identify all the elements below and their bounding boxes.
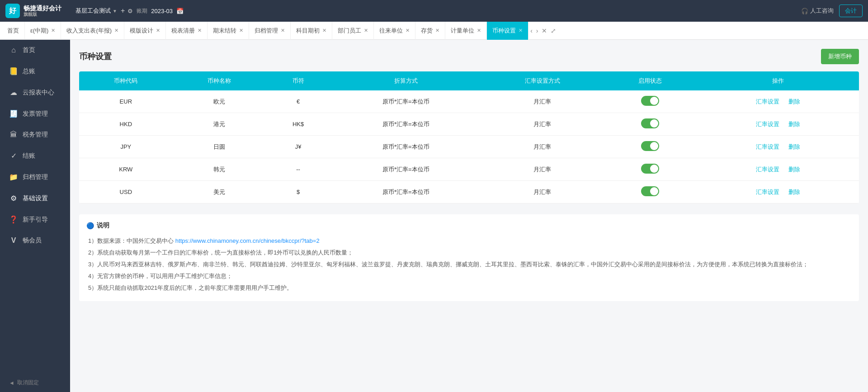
- cell-symbol: --: [266, 158, 330, 181]
- cell-status: [604, 181, 697, 203]
- new-currency-button[interactable]: 新增币种: [821, 49, 859, 64]
- cell-code: JPY: [79, 136, 173, 158]
- sidebar-item-invoice[interactable]: 🧾 发票管理: [0, 103, 70, 124]
- guide-icon: ❓: [9, 215, 18, 224]
- customer-service-button[interactable]: 🎧 人工咨询: [801, 7, 834, 15]
- tab-next-button[interactable]: ›: [534, 27, 540, 34]
- settings-icon[interactable]: ⚙: [127, 8, 133, 14]
- tab-currency[interactable]: 币种设置 ✕: [487, 22, 528, 40]
- close-icon[interactable]: ✕: [281, 28, 285, 33]
- close-icon[interactable]: ✕: [435, 28, 439, 33]
- tab-inventory[interactable]: 存货 ✕: [415, 22, 445, 40]
- close-icon[interactable]: ✕: [322, 28, 326, 33]
- tab-dept-staff[interactable]: 部门员工 ✕: [332, 22, 374, 40]
- close-icon[interactable]: ✕: [114, 28, 118, 33]
- table-row: JPY 日圆 J¥ 原币*汇率=本位币 月汇率 汇率设置 删除: [79, 136, 859, 158]
- tab-unit[interactable]: 计量单位 ✕: [445, 22, 487, 40]
- delete-link[interactable]: 删除: [788, 143, 800, 150]
- cell-name: 日圆: [173, 136, 266, 158]
- cell-rate-type: 月汇率: [481, 136, 604, 158]
- enable-toggle[interactable]: [641, 186, 659, 196]
- close-icon[interactable]: ✕: [51, 28, 55, 33]
- tab-midterm[interactable]: ε(中期) ✕: [25, 22, 61, 40]
- cell-calc: 原币*汇率=本位币: [330, 90, 481, 113]
- china-money-link[interactable]: https://www.chinamoney.com.cn/chinese/bk…: [175, 237, 320, 244]
- close-icon[interactable]: ✕: [156, 28, 160, 33]
- delete-link[interactable]: 删除: [788, 189, 800, 195]
- tab-bar: 首页 ε(中期) ✕ 收入支出表(年报) ✕ 模版设计 ✕ 税表清册 ✕ 期末结…: [0, 22, 868, 40]
- rate-setting-link[interactable]: 汇率设置: [756, 143, 779, 150]
- account-button[interactable]: 会计: [839, 5, 863, 17]
- home-icon: ⌂: [9, 46, 18, 54]
- tab-home[interactable]: 首页: [2, 22, 25, 40]
- delete-link[interactable]: 删除: [788, 166, 800, 173]
- header-actions: + ⚙: [121, 7, 133, 15]
- enable-toggle[interactable]: [641, 96, 659, 106]
- headset-icon: 🎧: [801, 8, 808, 14]
- rate-setting-link[interactable]: 汇率设置: [756, 98, 779, 105]
- tab-counterpart[interactable]: 往来单位 ✕: [374, 22, 415, 40]
- cell-code: USD: [79, 181, 173, 203]
- tab-income-report[interactable]: 收入支出表(年报) ✕: [61, 22, 124, 40]
- note-item-3: 3）人民币对马来西亚林吉特、俄罗斯卢布、南非兰特、韩元、阿联酋迪拉姆、沙特里亚尔…: [86, 259, 852, 270]
- tab-tax-list[interactable]: 税表清册 ✕: [166, 22, 208, 40]
- col-header-actions: 操作: [697, 71, 859, 90]
- page-title: 币种设置: [79, 51, 112, 62]
- content-area: 币种设置 新增币种 币种代码 币种名称 币符 折算方式 汇率设置方式 启用状态 …: [70, 40, 868, 392]
- close-icon[interactable]: ✕: [198, 28, 202, 33]
- enable-toggle[interactable]: [641, 141, 659, 151]
- sidebar-item-guide[interactable]: ❓ 新手引导: [0, 209, 70, 230]
- delete-link[interactable]: 删除: [788, 98, 800, 105]
- chevron-down-icon: ▼: [113, 9, 117, 14]
- sidebar-item-settlement[interactable]: ✓ 结账: [0, 145, 70, 166]
- delete-link[interactable]: 删除: [788, 121, 800, 128]
- sidebar-pin-button[interactable]: ◄ 取消固定: [0, 373, 70, 392]
- add-button[interactable]: +: [121, 7, 125, 15]
- cell-rate-type: 月汇率: [481, 90, 604, 113]
- close-icon[interactable]: ✕: [239, 28, 243, 33]
- company-selector[interactable]: 基层工会测试 ▼: [75, 7, 117, 15]
- sidebar-item-home[interactable]: ⌂ 首页: [0, 40, 70, 61]
- sidebar-item-tax[interactable]: 🏛 税务管理: [0, 124, 70, 145]
- enable-toggle[interactable]: [641, 164, 659, 174]
- sidebar-item-archive[interactable]: 📁 归档管理: [0, 166, 70, 188]
- sidebar: ⌂ 首页 📒 总账 ☁ 云报表中心 🧾 发票管理 🏛 税务管理 ✓ 结账 📁 归…: [0, 40, 70, 392]
- table-row: HKD 港元 HK$ 原币*汇率=本位币 月汇率 汇率设置 删除: [79, 113, 859, 136]
- note-item-5: 5）系统只能自动抓取2021年度后的汇率，之前年度汇率需要用用户手工维护。: [86, 282, 852, 294]
- sidebar-item-settings[interactable]: ⚙ 基础设置: [0, 188, 70, 209]
- close-icon[interactable]: ✕: [406, 28, 410, 33]
- note-item-2: 2）系统自动获取每月第一个工作日的汇率标价，统一为直接标价法，即1外币可以兑换的…: [86, 247, 852, 259]
- tab-period-end[interactable]: 期末结转 ✕: [208, 22, 249, 40]
- table-row: KRW 韩元 -- 原币*汇率=本位币 月汇率 汇率设置 删除: [79, 158, 859, 181]
- col-header-status: 启用状态: [604, 71, 697, 90]
- calendar-icon[interactable]: 📅: [176, 8, 184, 14]
- rate-setting-link[interactable]: 汇率设置: [756, 166, 779, 173]
- cell-code: KRW: [79, 158, 173, 181]
- tab-close-all-button[interactable]: ✕: [540, 27, 549, 34]
- sidebar-item-reports[interactable]: ☁ 云报表中心: [0, 82, 70, 103]
- rate-setting-link[interactable]: 汇率设置: [756, 189, 779, 195]
- close-icon[interactable]: ✕: [364, 28, 368, 33]
- close-icon[interactable]: ✕: [519, 28, 523, 33]
- table-row: USD 美元 $ 原币*汇率=本位币 月汇率 汇率设置 删除: [79, 181, 859, 203]
- rate-setting-link[interactable]: 汇率设置: [756, 121, 779, 128]
- enable-toggle[interactable]: [641, 118, 659, 128]
- tab-subject-init[interactable]: 科目期初 ✕: [291, 22, 332, 40]
- cloud-icon: ☁: [9, 88, 18, 97]
- tab-prev-button[interactable]: ‹: [528, 27, 534, 34]
- cell-name: 港元: [173, 113, 266, 136]
- sidebar-item-member[interactable]: V 畅会员: [0, 230, 70, 251]
- settings-gear-icon: ⚙: [9, 194, 18, 203]
- col-header-code: 币种代码: [79, 71, 173, 90]
- sidebar-item-ledger[interactable]: 📒 总账: [0, 61, 70, 82]
- main-layout: ⌂ 首页 📒 总账 ☁ 云报表中心 🧾 发票管理 🏛 税务管理 ✓ 结账 📁 归…: [0, 40, 868, 392]
- note-item-1: 1）数据来源：中国外汇交易中心 https://www.chinamoney.c…: [86, 235, 852, 247]
- cell-code: EUR: [79, 90, 173, 113]
- pin-icon: ◄: [9, 380, 14, 386]
- tab-archive[interactable]: 归档管理 ✕: [249, 22, 291, 40]
- tab-expand-button[interactable]: ⤢: [549, 27, 558, 34]
- settlement-icon: ✓: [9, 151, 18, 160]
- close-icon[interactable]: ✕: [477, 28, 481, 33]
- invoice-icon: 🧾: [9, 109, 18, 118]
- tab-template[interactable]: 模版设计 ✕: [124, 22, 166, 40]
